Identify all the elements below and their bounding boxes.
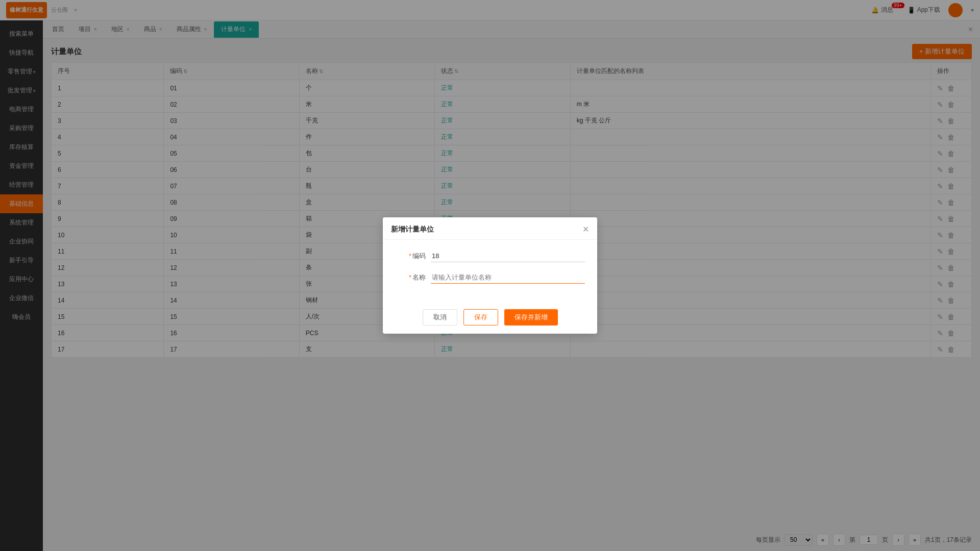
- code-label: *编码: [395, 252, 426, 261]
- modal-body: *编码 *名称: [383, 240, 597, 303]
- code-form-row: *编码: [395, 250, 585, 262]
- name-label: *名称: [395, 273, 426, 282]
- modal-footer: 取消 保存 保存并新增: [383, 303, 597, 334]
- modal-header: 新增计量单位 ✕: [383, 217, 597, 240]
- name-input[interactable]: [431, 271, 585, 284]
- modal-title: 新增计量单位: [391, 225, 434, 234]
- name-form-row: *名称: [395, 271, 585, 284]
- cancel-btn[interactable]: 取消: [423, 309, 457, 325]
- modal-close-btn[interactable]: ✕: [582, 224, 589, 234]
- save-new-btn[interactable]: 保存并新增: [504, 309, 558, 325]
- save-btn[interactable]: 保存: [463, 309, 498, 325]
- add-unit-modal: 新增计量单位 ✕ *编码 *名称 取消 保存 保存并新增: [383, 217, 597, 334]
- modal-overlay[interactable]: 新增计量单位 ✕ *编码 *名称 取消 保存 保存并新增: [0, 0, 980, 551]
- code-input[interactable]: [431, 250, 585, 262]
